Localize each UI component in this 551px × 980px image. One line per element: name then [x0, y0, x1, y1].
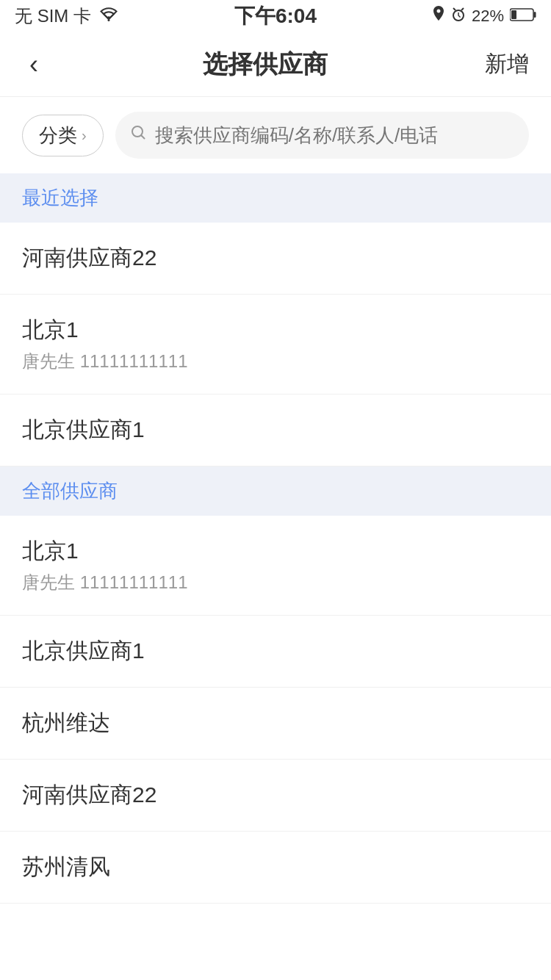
category-label: 分类 — [39, 123, 77, 148]
search-icon — [130, 124, 148, 147]
recent-section-label: 最近选择 — [22, 187, 98, 209]
add-button[interactable]: 新增 — [485, 49, 529, 79]
status-right: 22% — [432, 6, 536, 26]
item-name: 北京1 — [22, 536, 529, 566]
location-icon — [432, 6, 445, 26]
svg-rect-4 — [511, 10, 516, 19]
category-button[interactable]: 分类 › — [22, 115, 104, 156]
svg-rect-3 — [533, 12, 536, 18]
chevron-right-icon: › — [82, 127, 87, 144]
all-list: 北京1唐先生 11111111111北京供应商1杭州维达河南供应商22苏州清风 — [0, 516, 551, 904]
svg-point-0 — [108, 19, 110, 21]
search-input[interactable] — [155, 124, 514, 147]
search-container — [115, 112, 529, 159]
item-name: 苏州清风 — [22, 852, 529, 882]
nav-bar: ‹ 选择供应商 新增 — [0, 32, 551, 97]
item-name: 北京供应商1 — [22, 415, 529, 445]
item-name: 北京供应商1 — [22, 636, 529, 666]
all-section-label: 全部供应商 — [22, 480, 118, 502]
recent-list: 河南供应商22北京1唐先生 11111111111北京供应商1 — [0, 223, 551, 466]
list-item[interactable]: 苏州清风 — [0, 832, 551, 904]
list-item[interactable]: 北京供应商1 — [0, 616, 551, 688]
recent-section-header: 最近选择 — [0, 173, 551, 223]
status-bar: 无 SIM 卡 下午6:04 22% — [0, 0, 551, 32]
page-title: 选择供应商 — [203, 48, 328, 82]
status-time: 下午6:04 — [234, 2, 317, 30]
filter-bar: 分类 › — [0, 97, 551, 173]
item-sub: 唐先生 11111111111 — [22, 350, 529, 373]
list-item[interactable]: 杭州维达 — [0, 688, 551, 760]
sim-status: 无 SIM 卡 — [15, 4, 91, 28]
list-item[interactable]: 北京1唐先生 11111111111 — [0, 295, 551, 394]
item-name: 杭州维达 — [22, 708, 529, 738]
item-name: 北京1 — [22, 315, 529, 345]
status-left: 无 SIM 卡 — [15, 4, 119, 28]
list-item[interactable]: 河南供应商22 — [0, 223, 551, 295]
battery-percentage: 22% — [472, 7, 504, 26]
item-name: 河南供应商22 — [22, 780, 529, 810]
battery-icon — [510, 7, 536, 26]
item-sub: 唐先生 11111111111 — [22, 571, 529, 594]
wifi-icon — [98, 6, 119, 26]
list-item[interactable]: 北京1唐先生 11111111111 — [0, 516, 551, 616]
alarm-icon — [451, 6, 466, 26]
list-item[interactable]: 北京供应商1 — [0, 394, 551, 466]
item-name: 河南供应商22 — [22, 243, 529, 273]
all-section-header: 全部供应商 — [0, 466, 551, 516]
list-item[interactable]: 河南供应商22 — [0, 760, 551, 832]
back-button[interactable]: ‹ — [22, 42, 46, 87]
